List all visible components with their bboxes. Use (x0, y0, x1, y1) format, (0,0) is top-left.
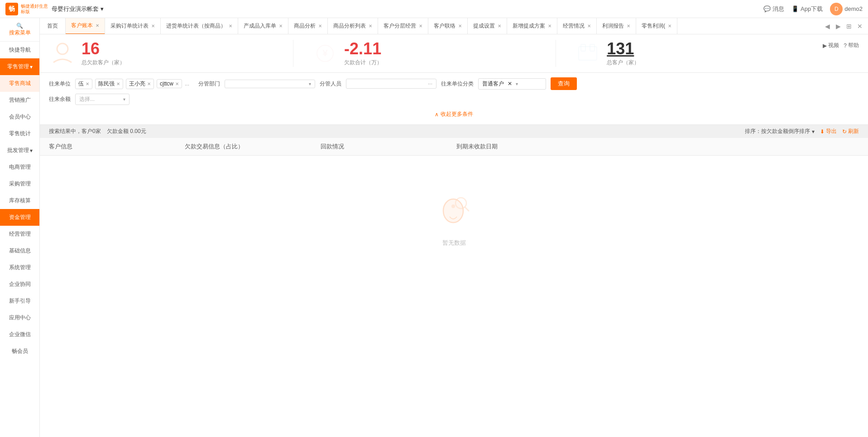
sidebar: 🔍 搜索菜单 零售管理 快捷导航 零售管理 ▾ 零售商城 营销推广 会员中心 零… (0, 18, 40, 437)
sidebar-item-quick-nav[interactable]: 零售管理 快捷导航 (0, 42, 39, 58)
tab-business-situation[interactable]: 经营情况 ✕ (557, 18, 597, 34)
stats-bar-right: ▶ 视频 ? 帮助 (823, 40, 859, 67)
tag-close-4[interactable]: ✕ (175, 81, 179, 86)
sort-info[interactable]: 排序：按欠款金额倒序排序 ▾ (745, 128, 815, 135)
tab-close-customer-contact[interactable]: ✕ (458, 24, 462, 28)
sidebar-item-base-info[interactable]: 基础信息 (0, 242, 39, 259)
empty-state-label: 暂无数据 (442, 239, 466, 247)
tab-close-product-analysis-list[interactable]: ✕ (369, 24, 372, 28)
account-selector[interactable]: 母婴行业演示帐套 ▾ (52, 5, 104, 13)
tab-product-entry[interactable]: 产成品入库单 ✕ (238, 18, 288, 34)
filter-tag-3[interactable]: 王小亮 ✕ (126, 79, 154, 89)
export-btn[interactable]: ⬇ 导出 (820, 128, 837, 135)
tab-close-product-analysis[interactable]: ✕ (318, 24, 322, 28)
tab-customer-accounts[interactable]: 客户账本 ✕ (66, 18, 105, 34)
search-result-bar: 搜索结果中，客户0家 欠款金额 0.00元 排序：按欠款金额倒序排序 ▾ ⬇ 导… (40, 125, 868, 138)
tab-product-analysis[interactable]: 商品分析 ✕ (288, 18, 328, 34)
sidebar-item-retail-mgmt[interactable]: 零售管理 ▾ (0, 58, 39, 75)
sidebar-item-retail-shop[interactable]: 零售商城 (0, 75, 39, 92)
message-btn[interactable]: 💬 消息 (763, 5, 784, 13)
sort-arrow: ▾ (812, 128, 815, 135)
tab-product-analysis-list[interactable]: 商品分析列表 ✕ (328, 18, 378, 34)
sidebar-item-operations[interactable]: 经营管理 (0, 226, 39, 242)
tab-home[interactable]: 首页 (40, 18, 66, 34)
tab-close-retail-profit[interactable]: ✕ (668, 24, 671, 28)
sidebar-search-menu[interactable]: 🔍 搜索菜单 (0, 18, 39, 42)
app-download-btn[interactable]: 📱 App下载 (791, 5, 823, 13)
tab-raise-settings[interactable]: 提成设置 ✕ (468, 18, 507, 34)
tab-close-customer-accounts[interactable]: ✕ (96, 23, 99, 28)
help-icon: ? (844, 43, 847, 49)
svg-line-10 (465, 207, 469, 211)
tag-close-1[interactable]: ✕ (86, 81, 89, 86)
svg-point-0 (57, 43, 68, 54)
search-icon: 🔍 (16, 23, 23, 29)
sidebar-item-batch-mgmt[interactable]: 批发管理 ▾ (0, 142, 39, 159)
tab-scroll-left[interactable]: ◀ (823, 22, 832, 31)
query-button[interactable]: 查询 (551, 77, 577, 90)
tab-profit-report[interactable]: 利润报告 ✕ (597, 18, 636, 34)
tab-close-new-raise-plan[interactable]: ✕ (548, 24, 551, 28)
tab-new-raise-plan[interactable]: 新增提成方案 ✕ (507, 18, 557, 34)
user-avatar[interactable]: D demo2 (830, 3, 863, 15)
sidebar-item-enterprise-wechat[interactable]: 企业微信 (0, 326, 39, 343)
sidebar-item-new-guide[interactable]: 新手引导 (0, 293, 39, 309)
tab-purchase-order[interactable]: 采购订单统计表 ✕ (105, 18, 161, 34)
sidebar-item-system[interactable]: 系统管理 (0, 259, 39, 276)
tab-close-business[interactable]: ✕ (587, 24, 591, 28)
filter-tag-4[interactable]: cjttcw ✕ (157, 79, 182, 88)
sidebar-item-member[interactable]: 会员中心 (0, 109, 39, 125)
classify-arrow: ▾ (516, 81, 518, 86)
top-header: 畅 畅捷通好生意 标版 母婴行业演示帐套 ▾ 💬 消息 📱 App下载 D de… (0, 0, 868, 18)
search-result-text: 搜索结果中，客户0家 欠款金额 0.00元 (49, 128, 146, 135)
filter-tag-1[interactable]: 伍 ✕ (75, 79, 92, 89)
tab-customer-segment[interactable]: 客户分层经营 ✕ (378, 18, 428, 34)
balance-select[interactable]: 选择... ▾ (75, 94, 129, 105)
tab-close-purchase-order[interactable]: ✕ (151, 24, 155, 28)
video-link[interactable]: ▶ 视频 (823, 42, 839, 49)
sidebar-item-marketing[interactable]: 营销推广 (0, 92, 39, 109)
tab-close-stock-stats[interactable]: ✕ (229, 24, 232, 28)
tab-customer-contact[interactable]: 客户联络 ✕ (428, 18, 468, 34)
help-link[interactable]: ? 帮助 (844, 42, 859, 49)
sidebar-item-ecommerce[interactable]: 电商管理 (0, 159, 39, 176)
header-left: 畅 畅捷通好生意 标版 母婴行业演示帐套 ▾ (5, 3, 104, 15)
tag-close-3[interactable]: ✕ (147, 81, 151, 86)
search-result-actions: 排序：按欠款金额倒序排序 ▾ ⬇ 导出 ↻ 刷新 (745, 128, 859, 135)
stats-bar: 16 总欠款客户（家） ¥ -2.11 (40, 34, 868, 73)
person-more-btn[interactable]: ··· (428, 81, 432, 87)
tab-stock-stats[interactable]: 进货单统计表（按商品） ✕ (161, 18, 238, 34)
sidebar-item-vip-member[interactable]: 畅会员 (0, 343, 39, 360)
filter-tags: 伍 ✕ 陈民强 ✕ 王小亮 ✕ cjttcw ✕ (75, 79, 189, 89)
chevron-icon: ▾ (30, 64, 33, 70)
tab-more[interactable]: ⊞ (844, 22, 854, 31)
sidebar-item-inventory[interactable]: 库存核算 (0, 192, 39, 209)
dept-select[interactable]: ▾ (225, 80, 315, 88)
svg-text:¥: ¥ (322, 48, 328, 58)
tab-close-customer-segment[interactable]: ✕ (419, 24, 422, 28)
sidebar-item-retail-stats[interactable]: 零售统计 (0, 125, 39, 142)
tag-close-2[interactable]: ✕ (116, 81, 120, 86)
sidebar-item-purchase[interactable]: 采购管理 (0, 176, 39, 192)
balance-arrow: ▾ (123, 97, 125, 102)
unit-classify-select[interactable]: 普通客户 ✕ ▾ (478, 78, 546, 90)
sidebar-item-capital[interactable]: 资金管理 (0, 209, 39, 226)
customer-tag-close[interactable]: ✕ (508, 81, 512, 87)
filter-tag-2[interactable]: 陈民强 ✕ (95, 79, 123, 89)
stat-customers-label: 总客户（家） (607, 59, 639, 66)
tab-close-profit-report[interactable]: ✕ (627, 24, 630, 28)
tab-close-raise-settings[interactable]: ✕ (498, 24, 501, 28)
refresh-btn[interactable]: ↻ 刷新 (842, 128, 859, 135)
sidebar-item-enterprise-coop[interactable]: 企业协同 (0, 276, 39, 293)
stat-debtors-label: 总欠款客户（家） (82, 59, 125, 66)
tab-scroll-right[interactable]: ▶ (834, 22, 843, 31)
person-select[interactable]: ··· (346, 79, 436, 89)
collapse-btn[interactable]: ∧ 收起更多条件 (49, 109, 859, 120)
tab-retail-profit[interactable]: 零售利润( ✕ (636, 18, 677, 34)
debt-bg-icon: ¥ (312, 40, 339, 67)
sidebar-item-app-center[interactable]: 应用中心 (0, 309, 39, 326)
filter-tags-more[interactable]: ... (185, 81, 189, 87)
tab-close-product-entry[interactable]: ✕ (279, 24, 283, 28)
tab-close-all[interactable]: ✕ (855, 22, 864, 31)
main-content: 16 总欠款客户（家） ¥ -2.11 (40, 34, 868, 437)
